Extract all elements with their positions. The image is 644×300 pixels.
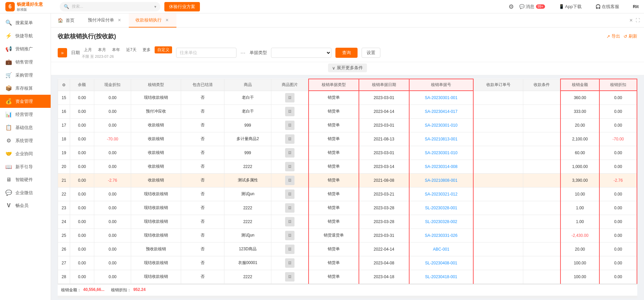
sidebar-item-member[interactable]: V 畅会员	[0, 199, 51, 212]
table-cell: 🖼	[271, 118, 309, 132]
doc-no-link[interactable]: SA-20230331-026	[425, 233, 458, 238]
sidebar-item-sales[interactable]: 💼 销售管理	[0, 55, 51, 69]
table-cell: 多计量商品2	[224, 132, 271, 146]
msg-badge: 99+	[536, 4, 545, 9]
sidebar-item-hardware[interactable]: 🖥 智能硬件	[0, 173, 51, 186]
doc-no-link[interactable]: SL-20230328-001	[425, 206, 457, 210]
doc-no-link[interactable]: SL-20230328-002	[425, 219, 457, 224]
table-cell: 1.00	[560, 215, 599, 228]
doc-no-link[interactable]: ABC-001	[433, 247, 449, 252]
close-all-icon[interactable]: ✕	[629, 18, 633, 23]
party-input[interactable]: 往来单位	[176, 48, 236, 58]
sidebar-item-management[interactable]: 📊 经营管理	[0, 108, 51, 121]
msg-label: 消息	[526, 4, 534, 10]
filter-toggle-btn[interactable]: »	[58, 48, 67, 57]
messages-btn[interactable]: 💬 消息 99+	[519, 4, 545, 10]
voucher-type-select[interactable]	[271, 48, 331, 58]
date-custom[interactable]: 自定义	[155, 46, 172, 53]
table-area[interactable]: ⚙ 余额 现金折扣 核销类型 包含已结清 商品 商品图片 核销单据类型 核销单据…	[51, 75, 644, 300]
export-btn[interactable]: ↗ 导出	[606, 33, 620, 39]
table-cell: 衣服00001	[224, 256, 271, 270]
industry-btn[interactable]: 休验行业方案	[164, 2, 200, 11]
th-doc-no: 核销单据号	[409, 79, 473, 91]
table-cell: 🖼	[271, 242, 309, 256]
expand-icon[interactable]: ⛶	[636, 18, 640, 23]
table-cell: 否	[181, 187, 224, 201]
sidebar-item-inventory[interactable]: 📦 库存核算	[0, 82, 51, 95]
date-7days[interactable]: 近7天	[124, 46, 139, 53]
party-placeholder: 往来单位	[180, 50, 197, 56]
expand-conditions-btn[interactable]: ∨ 展开更多条件	[328, 63, 367, 72]
doc-no-link[interactable]: SA-20230301-010	[425, 123, 458, 128]
sidebar-label-wechat: 企业微信	[15, 190, 33, 196]
user-name[interactable]: Rit	[633, 4, 639, 9]
tab-home[interactable]: 🏠 首页	[51, 13, 81, 28]
sidebar-item-system[interactable]: ⚙ 系统管理	[0, 134, 51, 147]
table-cell: 🖼	[271, 201, 309, 215]
date-this-year[interactable]: 本年	[110, 46, 122, 53]
sidebar-item-guide[interactable]: 📖 新手引导	[0, 160, 51, 173]
table-row: 240.000.00现结收款核销否2222🖼销货单2023-03-28SL-20…	[58, 215, 637, 228]
sidebar-item-marketing[interactable]: 📢 营销推广	[0, 42, 51, 55]
table-cell: 2023-03-21	[359, 187, 409, 201]
th-settings[interactable]: ⚙	[58, 79, 70, 91]
settings-btn[interactable]: 设置	[362, 48, 380, 58]
sidebar-item-purchase[interactable]: 🛒 采购管理	[0, 69, 51, 82]
doc-no-link[interactable]: SA-20230321-012	[425, 192, 458, 197]
sidebar-label-inventory: 库存核算	[15, 85, 33, 91]
doc-no-link[interactable]: SA-20230301-010	[425, 151, 458, 155]
doc-no-link[interactable]: SA-20230314-008	[425, 164, 458, 169]
gear-icon[interactable]: ⚙	[508, 3, 514, 10]
doc-no-link[interactable]: SA-20210808-001	[425, 178, 458, 183]
table-cell: 0.00	[94, 187, 131, 201]
table-row: 150.000.00现结收款核销否老白干🖼销货单2023-03-01SA-202…	[58, 91, 637, 104]
scrollbar[interactable]	[58, 296, 637, 298]
table-row: 260.000.00预收款核销否123D商品🖼销货单2022-04-14ABC-…	[58, 242, 637, 256]
table-cell	[523, 132, 560, 146]
doc-no-link[interactable]: SL-20230408-001	[425, 261, 457, 265]
table-cell: 销货单	[309, 256, 359, 270]
query-btn[interactable]: 查询	[335, 48, 358, 58]
app-sub: 标准版	[17, 7, 43, 12]
tab-prepay-close[interactable]: ✕	[117, 17, 122, 23]
table-cell: 否	[181, 104, 224, 118]
sidebar-item-shortcuts[interactable]: ⚡ 快捷导航	[0, 29, 51, 42]
footer-amount: 核销金额： 40,556,66...	[61, 287, 104, 293]
marketing-icon: 📢	[5, 46, 12, 52]
doc-no-link[interactable]: SL-20230418-001	[425, 274, 457, 279]
table-cell: 2023-03-28	[359, 201, 409, 215]
search-bar[interactable]: 🔍 搜索... ▾	[60, 2, 160, 11]
table-cell	[523, 91, 560, 104]
home-icon: 🏠	[58, 18, 63, 23]
doc-no-link[interactable]: SA-20230301-001	[425, 95, 458, 100]
table-cell: SA-20210808-001	[409, 173, 473, 187]
app-download-btn[interactable]: 📱 App下载	[559, 4, 582, 10]
table-row: 220.000.00现结收款核销否测试jun🖼销货单2023-03-21SA-2…	[58, 187, 637, 201]
search-text: 搜索...	[72, 4, 83, 9]
page-header: 收款核销执行(按收款) ↗ 导出 ↺ 刷新	[51, 28, 644, 44]
tab-receipt-close[interactable]: ✕	[164, 17, 170, 23]
tab-receipt[interactable]: 收款核销执行 ✕	[129, 13, 176, 28]
date-this-month[interactable]: 本月	[96, 46, 108, 53]
tab-prepay[interactable]: 预付冲应付单 ✕	[81, 13, 129, 28]
table-cell	[473, 173, 523, 187]
date-more[interactable]: 更多	[141, 46, 153, 53]
sidebar-item-finance[interactable]: 💰 资金管理	[0, 95, 51, 108]
table-cell: 0.00	[599, 146, 637, 160]
top-right-actions: 💬 消息 99+ 📱 App下载 🎧 在线客服 Rit	[519, 4, 639, 10]
doc-no-link[interactable]: SA-20230414-017	[425, 109, 458, 114]
app-logo: 6 畅捷通好生意 标准版	[5, 1, 56, 12]
sidebar-item-collab[interactable]: 🤝 企业协同	[0, 147, 51, 160]
online-service-btn[interactable]: 🎧 在线客服	[595, 4, 619, 10]
sidebar-item-search[interactable]: 🔍 搜索菜单	[0, 16, 51, 29]
sidebar-item-wechat[interactable]: 💬 企业微信	[0, 186, 51, 199]
table-cell: 2222	[224, 201, 271, 215]
management-icon: 📊	[5, 111, 12, 118]
refresh-btn[interactable]: ↺ 刷新	[624, 33, 637, 39]
date-last-month[interactable]: 上月	[82, 46, 94, 53]
doc-no-link[interactable]: SA-20210813-001	[425, 137, 458, 141]
sidebar-label-sales: 销售管理	[15, 59, 33, 65]
th-goods: 商品	[224, 79, 271, 91]
sidebar-item-basic[interactable]: 📋 基础信息	[0, 121, 51, 134]
table-row: 160.000.00预付冲应收否老白干🖼销货单2023-04-14SA-2023…	[58, 104, 637, 118]
